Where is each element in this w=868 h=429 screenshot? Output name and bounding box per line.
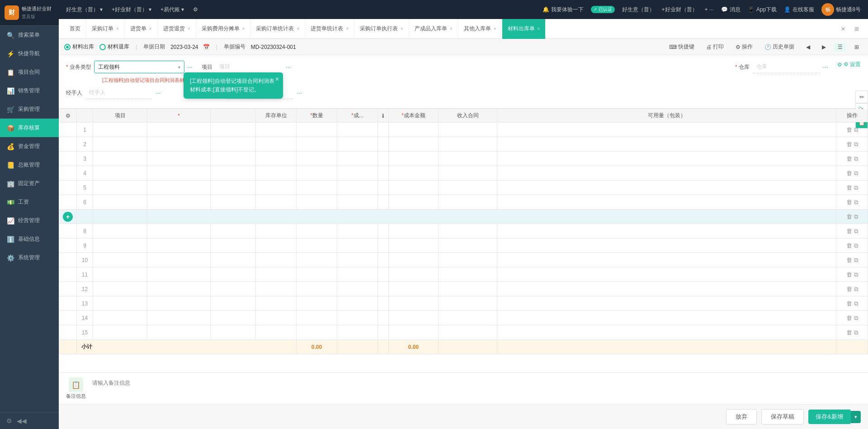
header-message[interactable]: 💬 消息: [721, 6, 741, 14]
cell-qty[interactable]: [297, 181, 337, 195]
cell-material[interactable]: [147, 123, 211, 137]
bill-no-value[interactable]: MD-20230324-001: [251, 44, 296, 50]
warehouse-more-icon[interactable]: ···: [823, 63, 828, 71]
radio-return[interactable]: 材料退库: [99, 43, 129, 51]
cell-material[interactable]: [147, 296, 211, 311]
cell-cost[interactable]: [337, 137, 378, 152]
col-settings-header[interactable]: ⚙: [59, 109, 77, 123]
cell-material[interactable]: [147, 152, 211, 166]
sidebar-item-ledger[interactable]: 📒 总账管理: [0, 156, 59, 174]
radio-issue[interactable]: 材料出库: [64, 43, 94, 51]
cell-qty[interactable]: [297, 166, 337, 181]
cell-cost[interactable]: [337, 224, 378, 238]
cell-cost[interactable]: [337, 282, 378, 296]
header-certified[interactable]: ✓ 已认证: [591, 6, 615, 13]
shortcut-btn[interactable]: ⌨ 快捷键: [665, 42, 698, 52]
header-experience[interactable]: 🔔 我要体验一下: [542, 6, 584, 14]
copy-row-icon[interactable]: ⧉: [854, 199, 858, 206]
cell-project[interactable]: [93, 282, 147, 296]
tab-goods-receipt[interactable]: 进货单 ×: [125, 19, 158, 39]
nav-next-btn[interactable]: ▶: [818, 43, 830, 52]
cell-project[interactable]: [93, 311, 147, 325]
delete-row-icon[interactable]: 🗑: [846, 257, 852, 263]
tab-close-icon[interactable]: ×: [401, 26, 403, 31]
cell-cost[interactable]: [337, 181, 378, 195]
delete-row-icon[interactable]: 🗑: [846, 141, 852, 148]
cell-income-contract[interactable]: [439, 166, 497, 181]
delete-row-icon[interactable]: 🗑: [846, 300, 852, 307]
tooltip-close-icon[interactable]: ✕: [275, 75, 279, 84]
cell-income-contract[interactable]: [439, 195, 497, 210]
cell-qty[interactable]: [297, 296, 337, 311]
save-new-arrow[interactable]: ▾: [850, 411, 861, 423]
copy-row-icon[interactable]: ⧉: [854, 184, 858, 191]
tab-purchase-fee[interactable]: 采购费用分摊单 ×: [196, 19, 251, 39]
cell-material[interactable]: [147, 253, 211, 267]
cell-project[interactable]: [93, 123, 147, 137]
tab-close-icon[interactable]: ×: [188, 26, 190, 31]
cell-cost-amount[interactable]: [389, 123, 439, 137]
nav-prev-btn[interactable]: ◀: [802, 43, 814, 52]
cell-project[interactable]: [93, 296, 147, 311]
tab-goods-stats[interactable]: 进货单统计表 ×: [305, 19, 354, 39]
tab-material-issue[interactable]: 材料出库单 ×: [502, 19, 546, 39]
delete-row-icon[interactable]: 🗑: [846, 155, 852, 162]
cell-input-active[interactable]: [77, 214, 93, 220]
tab-close-icon[interactable]: ×: [297, 26, 299, 31]
cell-project[interactable]: [93, 224, 147, 238]
cell-wunit[interactable]: [256, 311, 297, 325]
cell-cost-amount[interactable]: [389, 296, 439, 311]
notes-input[interactable]: [90, 377, 861, 394]
cell-wunit[interactable]: [256, 238, 297, 253]
cell-project[interactable]: [93, 137, 147, 152]
header-nav-haoshengyi[interactable]: 好生意（普） ▾: [66, 6, 103, 14]
cell-cost[interactable]: [337, 238, 378, 253]
tab-purchase-stats[interactable]: 采购订单统计表 ×: [250, 19, 305, 39]
copy-row-icon[interactable]: ⧉: [854, 242, 858, 249]
cell-material[interactable]: [147, 325, 211, 340]
income-contract-more-icon[interactable]: ···: [297, 89, 302, 96]
history-btn[interactable]: 🕐 历史单据: [761, 42, 798, 52]
discard-button[interactable]: 放弃: [726, 409, 757, 424]
sidebar-item-purchase[interactable]: 🛒 采购管理: [0, 100, 59, 119]
header-nav-yidaizhang[interactable]: +易代账 ▾: [160, 6, 184, 14]
header-nav-settings[interactable]: ⚙: [193, 6, 198, 13]
handler-more-icon[interactable]: ···: [156, 89, 161, 96]
handler-input[interactable]: 经手人: [85, 86, 153, 99]
tab-close-icon[interactable]: ×: [242, 26, 245, 31]
cell-project[interactable]: [93, 238, 147, 253]
cell-income-contract[interactable]: [439, 296, 497, 311]
cell-income-contract[interactable]: [439, 311, 497, 325]
cell-spec[interactable]: [211, 253, 256, 267]
copy-row-icon[interactable]: ⧉: [854, 271, 858, 278]
save-new-button[interactable]: 保存&新增: [808, 410, 850, 424]
cell-income-contract[interactable]: [439, 123, 497, 137]
cell-spec[interactable]: [211, 296, 256, 311]
cell-project[interactable]: [93, 195, 147, 210]
biz-type-select[interactable]: 工程领料 ▾: [94, 61, 184, 73]
tab-close-icon[interactable]: ×: [346, 26, 349, 31]
warehouse-input[interactable]: 仓库: [752, 61, 820, 73]
operations-btn[interactable]: ⚙ 操作: [732, 42, 756, 52]
cell-material[interactable]: [147, 224, 211, 238]
right-tool-edit[interactable]: ✏: [855, 91, 868, 103]
cell-wunit[interactable]: [256, 152, 297, 166]
header-online-service[interactable]: 👤 在线客服: [784, 6, 814, 14]
tab-close-icon[interactable]: ×: [149, 26, 152, 31]
print-btn[interactable]: 🖨 打印: [703, 42, 727, 52]
cell-material[interactable]: [147, 311, 211, 325]
cell-project[interactable]: [93, 181, 147, 195]
tab-close-icon[interactable]: ×: [538, 26, 540, 31]
header-product1[interactable]: 好生意（普）: [622, 6, 655, 14]
copy-row-icon[interactable]: ⧉: [854, 170, 858, 177]
cell-cost-amount[interactable]: [389, 311, 439, 325]
cell-qty[interactable]: [297, 137, 337, 152]
cell-income-contract[interactable]: [439, 224, 497, 238]
cell-income-contract[interactable]: [439, 152, 497, 166]
cell-spec[interactable]: [211, 195, 256, 210]
cell-qty[interactable]: [297, 195, 337, 210]
cell-material[interactable]: [147, 267, 211, 282]
cell-spec[interactable]: [211, 152, 256, 166]
cell-cost[interactable]: [337, 152, 378, 166]
cell-wunit[interactable]: [256, 224, 297, 238]
